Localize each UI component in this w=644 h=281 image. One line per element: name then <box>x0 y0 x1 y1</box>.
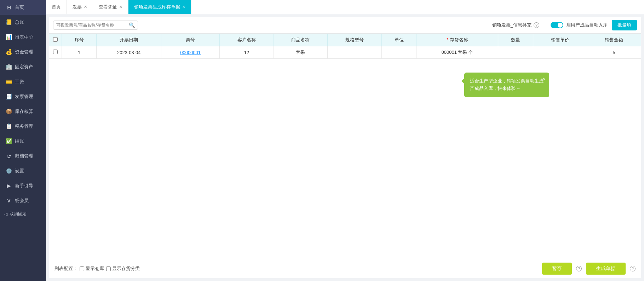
sidebar-item-settings[interactable]: ⚙️ 设置 <box>0 164 46 178</box>
tab-invoice[interactable]: 发票 ✕ <box>67 0 93 14</box>
th-product: 商品名称 <box>274 34 328 46</box>
table-container: 序号 开票日期 票号 客户名称 商品名称 规格型号 单位 * 存货名称 数量 销… <box>49 34 641 259</box>
sidebar-item-home[interactable]: ⊞ 首页 <box>0 0 46 15</box>
td-model <box>328 46 382 59</box>
tab-invoice-close[interactable]: ✕ <box>84 5 87 9</box>
th-model: 规格型号 <box>328 34 382 46</box>
sidebar-item-label: 畅会员 <box>15 197 29 204</box>
search-box[interactable]: 🔍 <box>53 21 138 30</box>
th-checkbox <box>49 34 62 46</box>
tooltip-popup: × 适合生产型企业，销项发票自动生成产成品入库，快来体验～ <box>464 73 549 97</box>
sidebar-item-inventory[interactable]: 📦 库存核算 <box>0 104 46 119</box>
data-table: 序号 开票日期 票号 客户名称 商品名称 规格型号 单位 * 存货名称 数量 销… <box>49 34 641 59</box>
sidebar-item-guide[interactable]: ▶ 新手引导 <box>0 178 46 193</box>
search-input[interactable] <box>56 23 127 28</box>
sidebar-item-member[interactable]: V 畅会员 <box>0 193 46 208</box>
invoices-icon: 🧾 <box>6 93 12 100</box>
sidebar-item-label: 税务管理 <box>15 123 33 130</box>
td-customer: 12 <box>220 46 274 59</box>
tab-voucher-close[interactable]: ✕ <box>119 5 122 9</box>
bottom-bar: 列表配置： 显示仓库 显示存货分类 暂存 ? 生成单据 ? <box>49 259 641 278</box>
sidebar: ⊞ 首页 📒 总账 📊 报表中心 💰 资金管理 🏢 固定资产 💳 工资 🧾 发票… <box>0 0 46 281</box>
sidebar-item-label: 设置 <box>15 168 24 174</box>
show-warehouse-label[interactable]: 显示仓库 <box>80 265 104 272</box>
tab-stock-form-close[interactable]: ✕ <box>182 5 185 9</box>
list-config: 列表配置： 显示仓库 显示存货分类 <box>54 265 140 272</box>
main-area: 首页 发票 ✕ 查看凭证 ✕ 销项发票生成库存单据 ✕ 🔍 销项发票_信息补充 … <box>46 0 644 281</box>
th-unit-price: 销售单价 <box>533 34 587 46</box>
tab-bar: 首页 发票 ✕ 查看凭证 ✕ 销项发票生成库存单据 ✕ <box>46 0 644 14</box>
ledger-icon: 📒 <box>6 19 12 25</box>
tab-stock-form[interactable]: 销项发票生成库存单据 ✕ <box>128 0 191 14</box>
toolbar: 🔍 销项发票_信息补充 ? 启用产成品自动入库 批量填 <box>49 17 641 34</box>
sidebar-item-reports[interactable]: 📊 报表中心 <box>0 30 46 45</box>
reports-icon: 📊 <box>6 34 12 40</box>
tab-invoice-label: 发票 <box>73 4 82 10</box>
td-qty <box>498 46 533 59</box>
sidebar-item-label: 固定资产 <box>15 64 33 70</box>
sidebar-item-payroll[interactable]: 💳 工资 <box>0 74 46 89</box>
tab-voucher-label: 查看凭证 <box>99 4 117 10</box>
payroll-icon: 💳 <box>6 79 12 85</box>
tab-stock-form-label: 销项发票生成库存单据 <box>134 4 180 10</box>
ticket-no-link[interactable]: 00000001 <box>180 50 201 55</box>
th-stock-name: * 存货名称 <box>416 34 498 46</box>
sidebar-item-ledger[interactable]: 📒 总账 <box>0 15 46 30</box>
settings-icon: ⚙️ <box>6 168 12 174</box>
action-buttons: 暂存 ? 生成单据 ? <box>542 263 636 275</box>
sidebar-item-label: 库存核算 <box>15 108 33 115</box>
sidebar-item-label: 发票管理 <box>15 93 33 100</box>
sidebar-item-label: 新手引导 <box>15 183 33 189</box>
generate-help-icon[interactable]: ? <box>630 266 636 271</box>
sidebar-item-archive[interactable]: 🗂 归档管理 <box>0 149 46 164</box>
tooltip-text: 适合生产型企业，销项发票自动生成产成品入库，快来体验～ <box>470 78 544 91</box>
info-help-icon[interactable]: ? <box>534 22 539 28</box>
row-checkbox[interactable] <box>53 50 58 54</box>
sidebar-item-invoices[interactable]: 🧾 发票管理 <box>0 89 46 104</box>
auto-stock-toggle[interactable] <box>551 22 563 28</box>
table-row: 1 2023-03-04 00000001 12 苹果 000001 苹果 个 … <box>49 46 641 59</box>
home-icon: ⊞ <box>6 4 12 11</box>
sidebar-item-label: 归档管理 <box>15 153 33 159</box>
batch-button[interactable]: 批量填 <box>612 20 637 30</box>
sidebar-item-label: 总账 <box>15 19 24 25</box>
th-customer: 客户名称 <box>220 34 274 46</box>
unpin-bar[interactable]: ◁ 取消固定 <box>0 208 46 220</box>
sidebar-item-assets[interactable]: 🏢 固定资产 <box>0 59 46 74</box>
tab-home[interactable]: 首页 <box>46 0 67 14</box>
tooltip-close-button[interactable]: × <box>543 75 546 83</box>
td-ticket-no[interactable]: 00000001 <box>161 46 220 59</box>
search-icon[interactable]: 🔍 <box>129 22 135 28</box>
select-all-checkbox[interactable] <box>53 37 58 42</box>
th-qty: 数量 <box>498 34 533 46</box>
save-help-icon[interactable]: ? <box>576 266 582 271</box>
show-warehouse-checkbox[interactable] <box>80 266 84 271</box>
td-unit-price <box>533 46 587 59</box>
sidebar-item-tax[interactable]: 📋 税务管理 <box>0 119 46 134</box>
show-warehouse-text: 显示仓库 <box>86 265 104 272</box>
info-label: 销项发票_信息补充 <box>492 22 531 28</box>
guide-icon: ▶ <box>6 183 12 189</box>
generate-button[interactable]: 生成单据 <box>586 263 626 275</box>
td-date: 2023-03-04 <box>97 46 161 59</box>
show-category-label[interactable]: 显示存货分类 <box>106 265 140 272</box>
toggle-label: 启用产成品自动入库 <box>566 22 608 28</box>
td-unit <box>381 46 416 59</box>
info-section: 销项发票_信息补充 ? <box>492 22 539 28</box>
content-area: 🔍 销项发票_信息补充 ? 启用产成品自动入库 批量填 <box>49 17 641 278</box>
table-header-row: 序号 开票日期 票号 客户名称 商品名称 规格型号 单位 * 存货名称 数量 销… <box>49 34 641 46</box>
funds-icon: 💰 <box>6 49 12 55</box>
sidebar-item-label: 结账 <box>15 138 24 144</box>
inventory-icon: 📦 <box>6 108 12 115</box>
tax-icon: 📋 <box>6 123 12 130</box>
save-button[interactable]: 暂存 <box>542 263 572 275</box>
show-category-checkbox[interactable] <box>106 266 111 271</box>
show-category-text: 显示存货分类 <box>112 265 140 272</box>
sidebar-item-funds[interactable]: 💰 资金管理 <box>0 45 46 59</box>
sidebar-item-settle[interactable]: ✅ 结账 <box>0 134 46 149</box>
td-stock-name: 000001 苹果 个 <box>416 46 498 59</box>
tab-voucher[interactable]: 查看凭证 ✕ <box>93 0 128 14</box>
tab-home-label: 首页 <box>52 4 61 10</box>
td-product: 苹果 <box>274 46 328 59</box>
config-label: 列表配置： <box>54 265 77 272</box>
